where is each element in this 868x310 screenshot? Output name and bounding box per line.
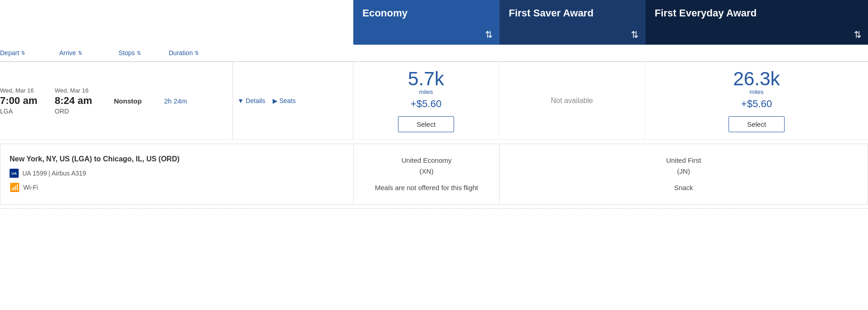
economy-title: Economy [362,7,408,19]
header-sort-row: ⇅ ⇅ ⇅ [0,26,868,45]
details-flight-num: UA UA 1599 | Airbus A319 [10,169,344,178]
first-everyday-select-button[interactable]: Select [728,116,785,132]
wifi-icon: 📶 [10,182,20,192]
first-saver-not-available: Not available [551,97,593,105]
depart-sort-icon[interactable]: ⇅ [21,50,25,56]
arrive-col-label[interactable]: Arrive ⇅ [55,49,114,57]
first-saver-title: First Saver Award [509,7,594,19]
duration-sort-icon[interactable]: ⇅ [195,50,199,56]
first-everyday-miles-label: miles [749,88,763,95]
depart-airport: LGA [0,108,50,115]
flight-info: Wed, Mar 16 7:00 am LGA Wed, Mar 16 8:24… [0,62,232,140]
details-economy-info: United Economy (XN) Meals are not offere… [354,144,500,204]
details-flight-info: New York, NY, US (LGA) to Chicago, IL, U… [0,144,354,204]
details-route: New York, NY, US (LGA) to Chicago, IL, U… [10,155,344,163]
details-arrow-icon: ▼ [238,97,244,104]
header-spacer [0,0,353,26]
economy-sort-icon[interactable]: ⇅ [485,29,493,40]
bottom-border [0,208,868,209]
flight-duration: 2h 24m [164,97,201,105]
depart-time: 7:00 am [0,95,50,107]
first-saver-sort-icon[interactable]: ⇅ [631,29,639,40]
arrive-time: 8:24 am [55,95,109,107]
first-saver-pricing-col: Not available [499,62,645,140]
economy-class-name: United Economy [401,155,451,166]
economy-miles-label: miles [419,88,433,95]
flight-actions: ▼ Details ▶ Seats [232,62,353,140]
header-bottom-spacer [0,26,353,45]
header-top-row: Economy First Saver Award First Everyday… [0,0,868,26]
details-first-info: United First (JN) Snack [500,144,868,204]
flight-arrive: Wed, Mar 16 8:24 am ORD [55,87,114,115]
seats-button[interactable]: ▶ Seats [273,97,296,104]
economy-pricing-col: 5.7k miles +$5.60 Select [353,62,499,140]
first-everyday-pricing-col: 26.3k miles +$5.60 Select [645,62,868,140]
first-everyday-miles: 26.3k [733,69,780,88]
first-everyday-title: First Everyday Award [655,7,757,19]
first-meal-info: Snack [674,182,693,193]
first-everyday-sort-icon[interactable]: ⇅ [854,29,862,40]
first-everyday-header: First Everyday Award [645,0,868,26]
arrive-airport: ORD [55,108,109,115]
details-panel: New York, NY, US (LGA) to Chicago, IL, U… [0,144,868,205]
first-class-code: (JN) [677,166,690,177]
details-wifi: 📶 Wi-Fi [10,182,344,192]
stops-sort-icon[interactable]: ⇅ [137,50,141,56]
first-saver-header: First Saver Award [499,0,645,26]
depart-date: Wed, Mar 16 [0,87,50,94]
economy-miles: 5.7k [408,69,444,88]
first-saver-sort[interactable]: ⇅ [499,26,645,45]
economy-sort[interactable]: ⇅ [353,26,499,45]
economy-price-addon: +$5.60 [411,98,442,110]
economy-class-code: (XN) [419,166,434,177]
subheader-row: Depart ⇅ Arrive ⇅ Stops ⇅ Duration ⇅ [0,45,868,62]
arrive-date: Wed, Mar 16 [55,87,109,94]
ua-logo-icon: UA [10,169,19,178]
depart-col-label[interactable]: Depart ⇅ [0,49,55,57]
first-class-name: United First [666,155,701,166]
seats-arrow-icon: ▶ [273,97,278,104]
economy-header: Economy [353,0,499,26]
stops-col-label[interactable]: Stops ⇅ [114,49,164,57]
flight-stops: Nonstop [114,97,164,105]
duration-col-label[interactable]: Duration ⇅ [164,49,219,57]
flight-row: Wed, Mar 16 7:00 am LGA Wed, Mar 16 8:24… [0,62,868,140]
economy-select-button[interactable]: Select [398,116,455,132]
details-button[interactable]: ▼ Details [238,97,265,104]
flight-depart: Wed, Mar 16 7:00 am LGA [0,87,55,115]
economy-meal-info: Meals are not offered for this flight [375,182,478,193]
first-everyday-price-addon: +$5.60 [741,98,772,110]
first-everyday-sort[interactable]: ⇅ [645,26,868,45]
arrive-sort-icon[interactable]: ⇅ [78,50,82,56]
subheader-left: Depart ⇅ Arrive ⇅ Stops ⇅ Duration ⇅ [0,45,353,61]
